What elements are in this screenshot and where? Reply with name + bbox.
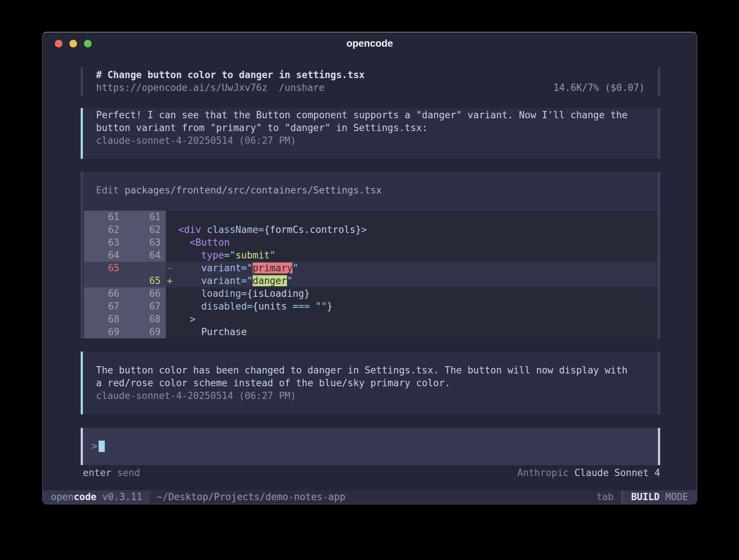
- code-line: loading={isLoading}: [166, 287, 657, 300]
- diff-row: 6666 loading={isLoading}: [84, 287, 657, 300]
- new-line-number: 61: [125, 211, 166, 223]
- message-right-border: [658, 108, 660, 159]
- code-token: [178, 237, 189, 248]
- new-line-number: 63: [125, 236, 166, 249]
- code-token: [178, 250, 201, 261]
- status-bar: opencode v0.3.11 ~/Desktop/Projects/demo…: [43, 490, 697, 504]
- code-token: =: [247, 301, 253, 312]
- new-line-number: 69: [125, 326, 166, 338]
- code-token: <div: [178, 224, 201, 235]
- code-line: <Button: [166, 236, 657, 249]
- code-token: ": [292, 262, 298, 273]
- diff-row: 65+ variant="danger": [84, 275, 657, 287]
- message-model-timestamp: claude-sonnet-4-20250514 (06:27 PM): [96, 134, 645, 147]
- app-name-bold: code: [74, 491, 97, 503]
- old-line-number: 62: [84, 223, 125, 236]
- code-token: primary: [253, 262, 293, 273]
- code-line: [166, 211, 657, 223]
- app-version-chip: opencode v0.3.11: [43, 490, 150, 504]
- code-token: {formCs.controls}: [264, 224, 361, 235]
- diff-row: 6363 <Button: [84, 236, 657, 249]
- edit-right-border: [658, 172, 660, 338]
- new-line-number: 64: [125, 249, 166, 262]
- assistant-message-1: Perfect! I can see that the Button compo…: [81, 108, 660, 159]
- code-line: disabled={units === ""}: [166, 300, 657, 313]
- text-cursor: [99, 441, 105, 452]
- hint-row: enter send Anthropic Claude Sonnet 4: [81, 467, 660, 479]
- edited-file-path: packages/frontend/src/containers/Setting…: [125, 185, 382, 196]
- prompt-input[interactable]: >: [81, 428, 660, 465]
- diff-row: 65- variant="primary": [84, 262, 657, 275]
- code-token: {units: [253, 301, 293, 312]
- old-line-number: [84, 275, 125, 287]
- diff-row: 6868 >: [84, 313, 657, 326]
- unshare-hint: /unshare: [279, 81, 325, 94]
- new-line-number: [125, 262, 166, 275]
- session-title: # Change button color to danger in setti…: [96, 69, 645, 81]
- opencode-window: opencode # Change button color to danger…: [42, 32, 697, 505]
- prompt-symbol: >: [92, 440, 97, 453]
- code-token: type: [201, 250, 224, 261]
- new-line-number: 65: [125, 275, 166, 287]
- diff-row: 6161: [84, 211, 657, 223]
- code-token: [178, 301, 201, 312]
- old-line-number: 61: [84, 211, 125, 223]
- diff-marker: [167, 224, 178, 235]
- session-header: # Change button color to danger in setti…: [81, 68, 660, 96]
- code-token: ": [247, 275, 253, 286]
- code-token: variant: [201, 262, 241, 273]
- message-model-timestamp: claude-sonnet-4-20250514 (06:27 PM): [96, 390, 645, 402]
- mode-chip: BUILD MODE: [623, 490, 697, 504]
- send-hint: enter send: [83, 467, 140, 479]
- diff-marker: [167, 301, 178, 312]
- code-token: variant: [201, 275, 241, 286]
- diff-marker: [167, 211, 178, 222]
- message-accent-bar: [81, 108, 83, 159]
- edit-tool-block: Edit packages/frontend/src/containers/Se…: [81, 172, 660, 338]
- code-token: disabled: [201, 301, 247, 312]
- edit-title: Edit packages/frontend/src/containers/Se…: [96, 184, 660, 197]
- old-line-number: 67: [84, 300, 125, 313]
- code-token: [201, 224, 207, 235]
- code-token: =: [241, 288, 247, 299]
- code-token: ===: [292, 301, 315, 312]
- code-line: - variant="primary": [166, 262, 657, 275]
- diff-row: 6464 type="submit": [84, 249, 657, 262]
- diff-marker: [167, 326, 178, 337]
- diff-marker: [167, 250, 178, 261]
- code-token: =: [224, 250, 230, 261]
- code-line: Purchase: [166, 326, 657, 338]
- share-url[interactable]: https://opencode.ai/s/UwJxv76z: [96, 81, 268, 94]
- code-token: ": [247, 262, 253, 273]
- old-line-number: 64: [84, 249, 125, 262]
- old-line-number: 65: [84, 262, 125, 275]
- desktop: { "window": { "title": "opencode", "traf…: [0, 0, 739, 560]
- code-token: }: [327, 301, 333, 312]
- titlebar: opencode: [43, 32, 697, 54]
- assistant-message-2: The button color has been changed to dan…: [81, 352, 660, 414]
- code-token: Purchase: [201, 326, 247, 337]
- code-line: >: [166, 313, 657, 326]
- diff-marker: [167, 314, 178, 325]
- old-line-number: 68: [84, 313, 125, 326]
- old-line-number: 66: [84, 287, 125, 300]
- message-line: button variant from "primary" to "danger…: [96, 122, 645, 134]
- send-label: send: [111, 467, 140, 478]
- code-token: className: [207, 224, 259, 235]
- diff-marker: [167, 237, 178, 248]
- code-token: =: [258, 224, 264, 235]
- diff-row: 6262 <div className={formCs.controls}>: [84, 223, 657, 236]
- code-token: {isLoading}: [247, 288, 310, 299]
- tab-key-hint: tab: [596, 491, 613, 503]
- code-token: danger: [253, 275, 287, 286]
- code-token: ": [270, 250, 276, 261]
- code-token: <Button: [190, 237, 230, 248]
- input-left-border: [81, 428, 83, 465]
- diff-marker: -: [167, 262, 178, 273]
- header-right-border: [658, 68, 660, 96]
- code-token: "": [315, 301, 327, 312]
- provider-label: Anthropic: [517, 467, 575, 478]
- new-line-number: 67: [125, 300, 166, 313]
- code-line: type="submit": [166, 249, 657, 262]
- message-right-border: [658, 352, 660, 414]
